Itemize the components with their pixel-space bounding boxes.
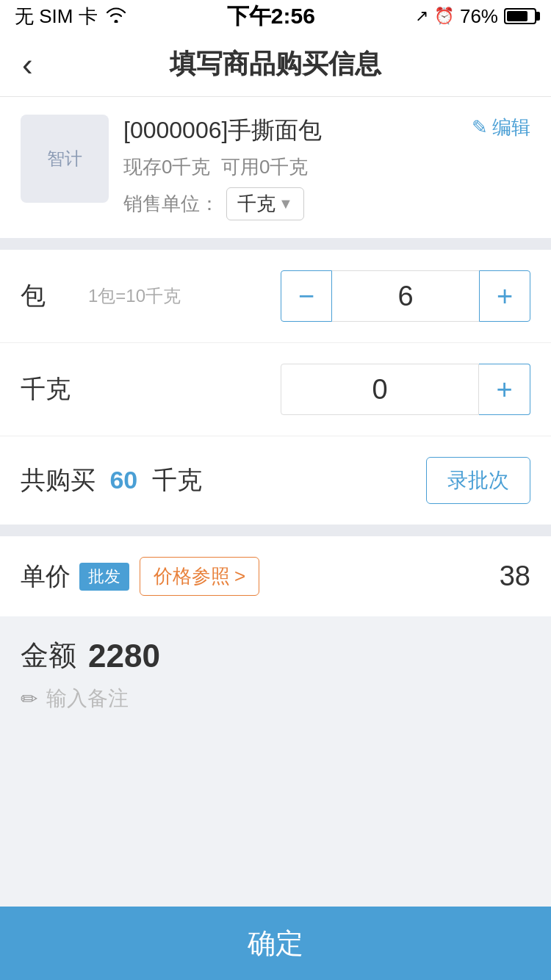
total-row: 共购买 60 千克 录批次	[0, 436, 551, 525]
page-header: ‹ 填写商品购买信息	[0, 32, 551, 97]
price-section: 单价 批发 价格参照 > 38	[0, 536, 551, 616]
price-label: 单价	[21, 560, 71, 594]
product-stock: 现存0千克 可用0千克	[123, 154, 530, 180]
page-title: 填写商品购买信息	[170, 46, 381, 82]
bag-label: 包	[21, 279, 79, 313]
amount-section: 金额 2280 ✏ 输入备注	[0, 616, 551, 723]
bag-quantity-row: 包 1包=10千克 − +	[0, 250, 551, 343]
quantity-section: 包 1包=10千克 − + 千克 +	[0, 250, 551, 436]
edit-icon: ✎	[472, 116, 488, 139]
location-icon: ↗	[415, 7, 428, 26]
status-right: ↗ ⏰ 76%	[415, 5, 536, 28]
section-divider-2	[0, 525, 551, 536]
amount-value: 2280	[88, 638, 160, 674]
bag-quantity-control: − +	[281, 270, 530, 322]
product-name: [0000006]手撕面包	[123, 115, 530, 147]
section-divider-1	[0, 238, 551, 250]
confirm-button[interactable]: 确定	[0, 907, 551, 980]
kg-label: 千克	[21, 372, 79, 406]
status-bar: 无 SIM 卡 下午2:56 ↗ ⏰ 76%	[0, 0, 551, 32]
status-left: 无 SIM 卡	[15, 4, 127, 29]
product-card: 智计 [0000006]手撕面包 现存0千克 可用0千克 销售单位： 千克 ▼ …	[0, 97, 551, 238]
edit-remark-icon: ✏	[21, 687, 37, 711]
amount-label: 金额	[21, 637, 76, 674]
alarm-icon: ⏰	[434, 7, 454, 26]
product-info: [0000006]手撕面包 现存0千克 可用0千克 销售单位： 千克 ▼	[123, 115, 530, 220]
bag-plus-button[interactable]: +	[479, 270, 530, 322]
chevron-right-icon: >	[234, 565, 245, 588]
edit-button[interactable]: ✎ 编辑	[472, 115, 530, 140]
unit-select[interactable]: 千克 ▼	[226, 187, 304, 220]
wifi-icon	[105, 5, 127, 28]
kg-plus-button[interactable]: +	[479, 364, 530, 415]
bag-minus-button[interactable]: −	[281, 270, 332, 322]
sim-label: 无 SIM 卡	[15, 4, 98, 29]
bottom-spacer	[0, 723, 551, 811]
amount-row: 金额 2280	[21, 637, 530, 674]
kg-quantity-row: 千克 +	[0, 343, 551, 436]
product-logo-text: 智计	[47, 147, 82, 170]
total-text: 共购买 60 千克	[21, 464, 426, 497]
bag-quantity-input[interactable]	[332, 270, 479, 322]
product-unit-row: 销售单位： 千克 ▼	[123, 187, 530, 220]
status-time: 下午2:56	[227, 1, 315, 32]
back-button[interactable]: ‹	[22, 46, 33, 83]
battery-icon	[504, 8, 536, 24]
remark-row[interactable]: ✏ 输入备注	[21, 685, 530, 713]
price-value: 38	[500, 561, 530, 592]
product-image: 智计	[21, 115, 109, 203]
kg-quantity-input[interactable]	[281, 364, 479, 415]
chevron-down-icon: ▼	[278, 195, 293, 212]
price-badge: 批发	[79, 563, 129, 591]
bag-hint: 1包=10千克	[88, 284, 281, 308]
kg-control: +	[281, 364, 530, 415]
battery-percent: 76%	[460, 5, 498, 28]
price-reference-button[interactable]: 价格参照 >	[140, 557, 259, 596]
remark-placeholder: 输入备注	[46, 685, 129, 713]
batch-button[interactable]: 录批次	[426, 457, 530, 504]
